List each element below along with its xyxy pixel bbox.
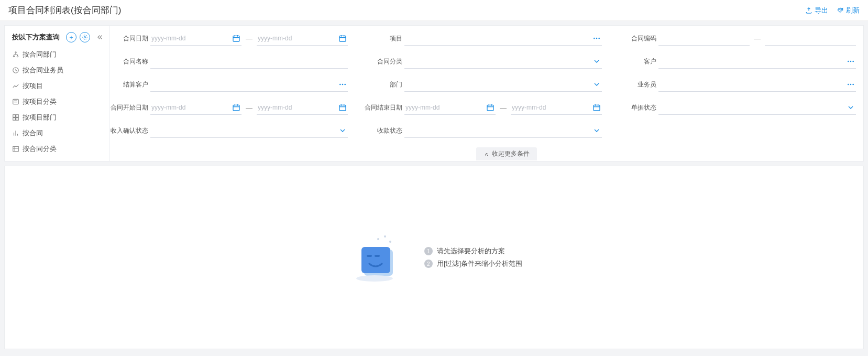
dept-select[interactable] <box>404 77 602 92</box>
export-icon <box>805 7 812 14</box>
contract-end-from-input[interactable] <box>404 100 496 115</box>
contract-start-from-input[interactable] <box>150 100 241 115</box>
clock-icon <box>12 67 19 74</box>
field-label: 合同日期 <box>109 34 150 43</box>
sidebar-item-label: 按合同业务员 <box>23 66 63 75</box>
field-bill-status: 单据状态 <box>618 100 856 115</box>
field-label: 部门 <box>364 80 404 89</box>
project-input[interactable] <box>404 31 602 46</box>
contract-class-select[interactable] <box>404 54 602 69</box>
empty-state: 1 请先选择要分析的方案 2 用[过滤]条件来缩小分析范围 <box>4 166 864 349</box>
page-title: 项目合同利润表(按合同部门) <box>8 4 121 16</box>
contract-name-input[interactable] <box>150 54 348 69</box>
sidebar-item-label: 按合同部门 <box>23 50 57 59</box>
field-salesman: 业务员 <box>618 77 856 92</box>
step-text: 用[过滤]条件来缩小分析范围 <box>437 259 522 268</box>
table-icon <box>12 145 19 153</box>
collapse-label: 收起更多条件 <box>492 149 530 158</box>
contract-date-to-input[interactable] <box>257 31 348 46</box>
plus-icon: ＋ <box>68 34 74 40</box>
sidebar-head: 按以下方案查询 ＋ <box>5 30 109 47</box>
grid-icon <box>12 114 19 121</box>
field-contract-code: 合同编码 — <box>618 31 856 46</box>
field-income-status: 收入确认状态 <box>109 123 348 138</box>
contract-code-to-input[interactable] <box>765 31 856 46</box>
scheme-sidebar: 按以下方案查询 ＋ 按合同部门 按合同业务员 按项目 按项目分类 <box>5 26 109 161</box>
add-scheme-button[interactable]: ＋ <box>66 32 76 42</box>
chart-icon <box>12 82 19 90</box>
list-icon <box>12 98 19 105</box>
sidebar-item-label: 按项目 <box>23 81 43 91</box>
step-text: 请先选择要分析的方案 <box>437 246 505 256</box>
field-label: 合同结束日期 <box>364 103 404 112</box>
empty-step-1: 1 请先选择要分析的方案 <box>424 246 522 256</box>
range-dash: — <box>753 35 762 42</box>
field-label: 单据状态 <box>618 103 658 112</box>
salesman-input[interactable] <box>658 77 856 92</box>
field-label: 项目 <box>364 34 404 43</box>
range-dash: — <box>499 104 508 112</box>
field-project: 项目 <box>364 31 602 46</box>
bar-icon <box>12 130 19 137</box>
contract-end-to-input[interactable] <box>511 100 602 115</box>
field-label: 合同分类 <box>364 57 404 66</box>
svg-rect-27 <box>367 255 372 257</box>
sidebar-item-project-dept[interactable]: 按项目部门 <box>5 110 109 125</box>
svg-rect-26 <box>361 247 390 273</box>
svg-point-29 <box>356 275 393 282</box>
sidebar-item-contract-dept[interactable]: 按合同部门 <box>5 47 109 62</box>
export-button[interactable]: 导出 <box>805 6 828 15</box>
income-status-select[interactable] <box>150 123 348 138</box>
sidebar-item-contract-salesman[interactable]: 按合同业务员 <box>5 62 109 78</box>
contract-date-from-input[interactable] <box>150 31 241 46</box>
empty-steps: 1 请先选择要分析的方案 2 用[过滤]条件来缩小分析范围 <box>424 243 522 272</box>
customer-input[interactable] <box>658 54 856 69</box>
sidebar-item-label: 按合同 <box>23 128 43 138</box>
sidebar-item-contract-class[interactable]: 按合同分类 <box>5 141 109 157</box>
field-label: 结算客户 <box>109 80 150 89</box>
refresh-button[interactable]: 刷新 <box>837 6 860 15</box>
contract-code-from-input[interactable] <box>658 31 750 46</box>
sidebar-item-label: 按合同分类 <box>23 144 57 154</box>
sidebar-item-project-class[interactable]: 按项目分类 <box>5 94 109 110</box>
refresh-label: 刷新 <box>846 6 860 15</box>
settle-customer-input[interactable] <box>150 77 348 92</box>
sidebar-item-label: 按项目部门 <box>23 113 57 122</box>
field-contract-end: 合同结束日期 — <box>364 100 602 115</box>
svg-rect-28 <box>375 255 380 257</box>
empty-step-2: 2 用[过滤]条件来缩小分析范围 <box>424 259 522 268</box>
chevron-double-left-icon <box>96 34 104 41</box>
field-contract-start: 合同开始日期 — <box>109 100 348 115</box>
field-contract-date: 合同日期 — <box>109 31 348 46</box>
field-label: 收款状态 <box>364 126 404 135</box>
field-contract-name: 合同名称 <box>109 54 348 69</box>
org-icon <box>12 51 19 58</box>
field-customer: 客户 <box>618 54 856 69</box>
empty-illustration <box>346 226 409 289</box>
svg-point-32 <box>389 241 391 243</box>
field-receipt-status: 收款状态 <box>364 123 602 138</box>
collapse-sidebar-button[interactable] <box>95 33 105 42</box>
step-number: 1 <box>424 247 433 255</box>
range-dash: — <box>245 35 254 42</box>
svg-point-30 <box>377 238 379 240</box>
filter-area: 查询 设置 合同日期 — <box>109 26 868 161</box>
contract-start-to-input[interactable] <box>257 100 348 115</box>
field-label: 业务员 <box>618 80 658 89</box>
field-label: 客户 <box>618 57 658 66</box>
bill-status-select[interactable] <box>658 100 856 115</box>
filter-panel: 按以下方案查询 ＋ 按合同部门 按合同业务员 按项目 按项目分类 <box>4 25 864 161</box>
field-label: 合同名称 <box>109 57 150 66</box>
collapse-filters-button[interactable]: 收起更多条件 <box>476 147 537 160</box>
gear-icon <box>82 34 88 40</box>
scheme-settings-button[interactable] <box>80 32 90 42</box>
page-header: 项目合同利润表(按合同部门) 导出 刷新 <box>0 0 868 21</box>
field-label: 合同编码 <box>618 34 658 43</box>
step-number: 2 <box>424 260 433 268</box>
sidebar-item-contract[interactable]: 按合同 <box>5 125 109 141</box>
receipt-status-select[interactable] <box>404 123 602 138</box>
export-label: 导出 <box>815 6 828 15</box>
chevron-double-up-icon <box>484 151 490 157</box>
sidebar-item-project[interactable]: 按项目 <box>5 78 109 94</box>
refresh-icon <box>837 7 844 14</box>
